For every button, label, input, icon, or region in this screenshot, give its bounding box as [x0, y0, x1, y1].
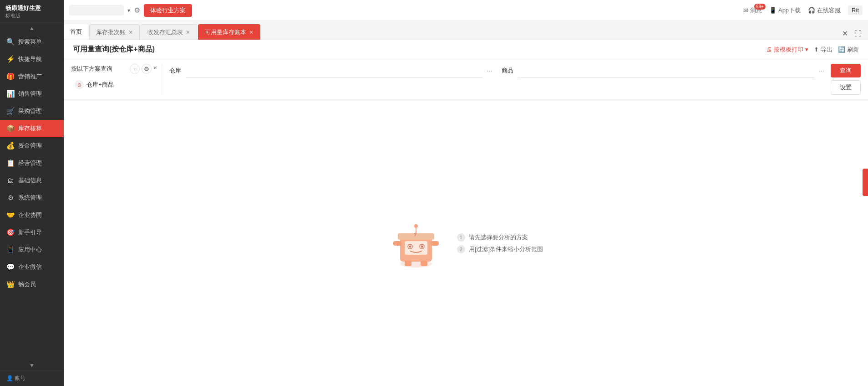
- sidebar-item-purchase[interactable]: 🛒 采购管理: [0, 103, 64, 120]
- export-label: 导出: [821, 46, 832, 54]
- tab-available[interactable]: 可用量库存账本 ✕: [198, 24, 260, 40]
- user-label: Rit: [852, 7, 859, 14]
- logo: 畅康通好生意 标准版: [0, 0, 64, 23]
- user-menu[interactable]: Rit: [848, 5, 863, 15]
- refresh-button[interactable]: 🔄 刷新: [838, 46, 859, 54]
- column-settings-button[interactable]: 设置: [831, 80, 861, 95]
- sidebar-item-label: 基础信息: [18, 176, 42, 185]
- sidebar-item-label: 系统管理: [18, 194, 42, 202]
- filter-scheme-panel: 按以下方案查询 + ⚙ « ⊙ 仓库+商品: [71, 64, 162, 95]
- svg-point-13: [414, 224, 418, 228]
- warehouse-more-icon[interactable]: ···: [485, 67, 494, 74]
- support-button[interactable]: 🎧 在线客服: [808, 6, 841, 15]
- sidebar-item-apps[interactable]: 📱 应用中心: [0, 241, 64, 258]
- tab-home[interactable]: 首页: [64, 24, 88, 40]
- topbar-dropdown-arrow[interactable]: ▾: [127, 7, 130, 14]
- tab-summary-label: 收发存汇总表: [147, 28, 183, 36]
- tab-batch-close[interactable]: ✕: [128, 29, 133, 36]
- sidebar-item-label: 企业微信: [18, 263, 42, 271]
- scheme-item-label: 仓库+商品: [86, 81, 114, 89]
- topbar-gear-icon[interactable]: ⚙: [134, 6, 140, 15]
- hint-text-2: 用[过滤]条件来缩小分析范围: [469, 245, 543, 253]
- filter-scheme-header: 按以下方案查询 + ⚙ «: [71, 64, 157, 74]
- filter-area: 按以下方案查询 + ⚙ « ⊙ 仓库+商品 仓库: [64, 59, 868, 100]
- sidebar-item-label: 营销推广: [18, 72, 42, 81]
- scroll-down-arrow[interactable]: ▼: [0, 360, 64, 371]
- page-header: 可用量查询(按仓库+商品) 🖨 按模板打印 ▾ ⬆ 导出 🔄 刷新: [64, 40, 868, 59]
- warehouse-input[interactable]: [186, 64, 482, 77]
- print-button[interactable]: 🖨 按模板打印 ▾: [766, 46, 808, 54]
- sidebar-item-operation[interactable]: 📋 经营管理: [0, 154, 64, 172]
- tab-batch[interactable]: 库存批次账 ✕: [89, 24, 140, 40]
- tab-available-close[interactable]: ✕: [249, 29, 254, 36]
- handshake-icon: 🤝: [6, 211, 15, 219]
- scheme-item-warehouse-goods[interactable]: ⊙ 仓库+商品: [71, 77, 157, 92]
- sidebar-item-finance[interactable]: 💰 资金管理: [0, 137, 64, 154]
- tab-summary[interactable]: 收发存汇总表 ✕: [141, 24, 197, 40]
- sidebar-item-basic[interactable]: 🗂 基础信息: [0, 172, 64, 189]
- phone-icon: 📱: [769, 7, 777, 14]
- sidebar-item-marketing[interactable]: 🎁 营销推广: [0, 68, 64, 85]
- message-button[interactable]: ✉ 消息 99+: [743, 6, 762, 15]
- goods-input[interactable]: [518, 64, 815, 77]
- sidebar-bottom[interactable]: 👤 账号: [0, 371, 64, 386]
- svg-rect-10: [393, 241, 401, 246]
- collapse-button[interactable]: «: [153, 64, 157, 74]
- goods-more-icon[interactable]: ···: [817, 67, 826, 74]
- empty-hint-2: 2 用[过滤]条件来缩小分析范围: [457, 245, 543, 253]
- trial-button[interactable]: 体验行业方案: [144, 4, 192, 17]
- app-name: 畅康通好生意: [5, 5, 58, 12]
- inventory-icon: 📦: [6, 124, 15, 133]
- sidebar-item-label: 采购管理: [18, 107, 42, 115]
- topbar-search-input[interactable]: [69, 5, 124, 15]
- sidebar-item-sales[interactable]: 📊 销售管理: [0, 85, 64, 103]
- page-actions: 🖨 按模板打印 ▾ ⬆ 导出 🔄 刷新: [766, 46, 859, 54]
- empty-state: ? 1 请先选择要分析的方案 2 用[过滤]条件来缩小分析范围: [64, 101, 868, 386]
- sidebar-item-member[interactable]: 👑 畅会员: [0, 276, 64, 293]
- sidebar-item-label: 库存核算: [18, 124, 42, 133]
- warehouse-label: 仓库: [169, 67, 183, 75]
- add-scheme-button[interactable]: +: [130, 64, 140, 74]
- query-button[interactable]: 查询: [831, 64, 861, 77]
- apps-icon: 📱: [6, 246, 15, 254]
- crown-icon: 👑: [6, 280, 15, 288]
- goods-field: 商品 ···: [502, 64, 827, 77]
- sidebar-item-inventory[interactable]: 📦 库存核算: [0, 120, 64, 137]
- main-area: ▾ ⚙ 体验行业方案 ✉ 消息 99+ 📱 App下载 🎧 在线客服 Rit: [64, 0, 868, 386]
- sidebar-item-shortcut[interactable]: ⚡ 快捷导航: [0, 51, 64, 68]
- print-dropdown-icon[interactable]: ▾: [805, 46, 808, 53]
- hint-num-1: 1: [457, 233, 465, 242]
- sidebar-item-label: 销售管理: [18, 90, 42, 98]
- sidebar-item-system[interactable]: ⚙ 系统管理: [0, 189, 64, 206]
- sidebar-item-guide[interactable]: 🎯 新手引导: [0, 224, 64, 241]
- tab-summary-close[interactable]: ✕: [186, 29, 190, 36]
- tabbar-expand-icon[interactable]: ⛶: [853, 28, 863, 40]
- tabbar: 首页 库存批次账 ✕ 收发存汇总表 ✕ 可用量库存账本 ✕ ✕ ⛶: [64, 21, 868, 40]
- tabbar-close-icon[interactable]: ✕: [840, 27, 850, 40]
- settings-scheme-button[interactable]: ⚙: [142, 64, 152, 74]
- sidebar-item-coop[interactable]: 🤝 企业协同: [0, 206, 64, 224]
- printer-icon: 🖨: [766, 46, 772, 53]
- sidebar-item-search[interactable]: 🔍 搜索菜单: [0, 33, 64, 51]
- sidebar-item-wechat[interactable]: 💬 企业微信: [0, 258, 64, 276]
- sidebar: 畅康通好生意 标准版 ▲ 🔍 搜索菜单 ⚡ 快捷导航 🎁 营销推广 📊 销售管理…: [0, 0, 64, 386]
- message-badge: 99+: [754, 4, 766, 10]
- tab-home-label: 首页: [70, 28, 82, 36]
- refresh-icon: 🔄: [838, 46, 845, 53]
- app-download-button[interactable]: 📱 App下载: [769, 6, 801, 15]
- clipboard-icon: 📋: [6, 159, 15, 167]
- tab-available-label: 可用量库存账本: [205, 28, 246, 36]
- target-icon: 🎯: [6, 228, 15, 237]
- svg-rect-8: [405, 261, 411, 266]
- right-hint-bar[interactable]: [863, 169, 868, 196]
- topbar-right: ✉ 消息 99+ 📱 App下载 🎧 在线客服 Rit: [743, 5, 863, 15]
- topbar: ▾ ⚙ 体验行业方案 ✉ 消息 99+ 📱 App下载 🎧 在线客服 Rit: [64, 0, 868, 21]
- export-button[interactable]: ⬆ 导出: [814, 46, 832, 54]
- search-icon: 🔍: [6, 38, 15, 46]
- app-version: 标准版: [5, 12, 58, 19]
- tabbar-actions: ✕ ⛶: [836, 27, 868, 40]
- svg-point-6: [409, 246, 411, 248]
- empty-illustration: ?: [389, 216, 443, 271]
- scheme-action-buttons: + ⚙ «: [130, 64, 157, 74]
- scroll-up-arrow[interactable]: ▲: [0, 23, 64, 33]
